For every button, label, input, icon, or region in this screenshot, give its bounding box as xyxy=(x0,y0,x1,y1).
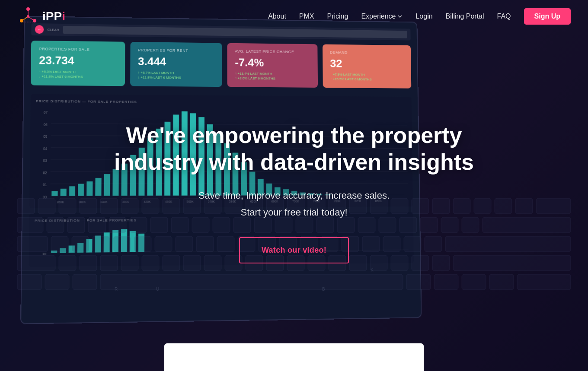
svg-rect-26 xyxy=(17,217,43,233)
hero-subtext-1: Save time, Improve accuracy, Increase sa… xyxy=(99,188,489,203)
svg-line-187 xyxy=(29,17,33,20)
svg-rect-70 xyxy=(17,255,55,271)
svg-point-184 xyxy=(27,15,29,18)
svg-rect-0 xyxy=(17,198,35,214)
card-stat1: ↑ +7.9% LAST MONTH xyxy=(330,73,404,77)
card-stat1: ↑ +8.7% LAST MONTH xyxy=(138,71,214,76)
nav-billing-portal[interactable]: Billing Portal xyxy=(446,13,484,20)
svg-text:01: 01 xyxy=(43,183,47,187)
card-stat2: ↑ +2.0% LAST 6 MONTHS xyxy=(235,76,310,81)
nav-experience[interactable]: Experience xyxy=(361,13,403,20)
svg-rect-91 xyxy=(17,274,42,290)
svg-rect-97 xyxy=(462,274,486,290)
card-value: 23.734 xyxy=(39,54,117,68)
svg-line-186 xyxy=(23,17,27,20)
svg-rect-28 xyxy=(67,217,85,233)
card-stat2: ↓ +11.8% LAST 6 MONTHS xyxy=(39,74,117,79)
card-properties-for-sale: PROPERTIES FOR SALE 23.734 ↑ +8.3% LAST … xyxy=(31,41,125,86)
nav-about[interactable]: About xyxy=(268,13,286,20)
svg-text:02: 02 xyxy=(43,171,47,175)
svg-rect-27 xyxy=(47,217,64,233)
nav-login[interactable]: Login xyxy=(415,13,432,20)
svg-rect-72 xyxy=(80,255,97,271)
signup-button[interactable]: Sign Up xyxy=(524,8,571,25)
card-stat2: ↑ +15.5% LAST 6 MONTHS xyxy=(330,77,404,82)
nav-pmx[interactable]: PMX xyxy=(299,13,314,20)
logo-text: iPPi xyxy=(42,10,65,23)
chart-title: PRICE DISTRIBUTION — FOR SALE PROPERTIES xyxy=(36,99,406,106)
card-label: AVG. LATEST PRICE CHANGE xyxy=(235,49,310,54)
svg-rect-48 xyxy=(483,217,571,233)
svg-rect-96 xyxy=(434,274,458,290)
hero-section: R U B K ← CLEAR PROPERTIES FOR SALE xyxy=(0,0,588,371)
card-stat1: ↑ +8.3% LAST MONTH xyxy=(39,70,117,74)
svg-rect-50 xyxy=(51,236,68,252)
svg-rect-92 xyxy=(45,274,69,290)
nav-pricing[interactable]: Pricing xyxy=(327,13,348,20)
svg-text:07: 07 xyxy=(44,110,48,115)
svg-text:R: R xyxy=(115,287,118,292)
svg-point-183 xyxy=(33,19,36,22)
svg-rect-93 xyxy=(73,274,97,290)
card-value: -7.4% xyxy=(235,56,310,70)
card-value: 3.444 xyxy=(138,55,214,69)
svg-text:03: 03 xyxy=(43,159,47,163)
svg-rect-1 xyxy=(38,198,55,214)
svg-rect-3 xyxy=(80,198,97,214)
svg-text:K: K xyxy=(371,268,374,273)
svg-rect-24 xyxy=(515,198,533,214)
card-stat2: ↓ +11.8% LAST 6 MONTHS xyxy=(138,76,214,80)
card-demand: DEMAND 32 ↑ +7.9% LAST MONTH ↑ +15.5% LA… xyxy=(322,44,411,89)
logo-svg xyxy=(17,6,39,27)
chevron-down-icon xyxy=(397,14,403,19)
svg-rect-51 xyxy=(72,236,89,252)
svg-rect-2 xyxy=(59,198,76,214)
svg-rect-71 xyxy=(59,255,76,271)
card-label: PROPERTIES FOR RENT xyxy=(138,48,214,53)
svg-text:U: U xyxy=(156,287,159,292)
svg-text:04: 04 xyxy=(43,146,47,151)
nav-faq[interactable]: FAQ xyxy=(497,13,511,20)
navbar: iPPi About PMX Pricing Experience Login … xyxy=(0,0,588,32)
svg-point-182 xyxy=(20,19,23,22)
logo-link[interactable]: iPPi xyxy=(17,6,65,27)
svg-text:06: 06 xyxy=(44,122,48,127)
svg-rect-25 xyxy=(536,198,571,214)
svg-rect-98 xyxy=(489,274,514,290)
svg-rect-99 xyxy=(517,274,571,290)
svg-rect-95 xyxy=(406,274,431,290)
hero-subtext-2: Start your free trial today! xyxy=(99,205,489,219)
card-label: DEMAND xyxy=(330,50,403,55)
svg-rect-23 xyxy=(495,198,512,214)
nav-links: About PMX Pricing Experience Login Billi… xyxy=(268,8,571,25)
svg-rect-94 xyxy=(100,274,403,290)
hero-content: We're empowering the property industry w… xyxy=(99,122,489,264)
svg-point-181 xyxy=(26,7,30,11)
hero-heading: We're empowering the property industry w… xyxy=(99,122,489,176)
svg-text:05: 05 xyxy=(43,134,47,139)
video-section-hint xyxy=(164,343,424,371)
svg-text:B: B xyxy=(322,287,325,292)
watch-video-button[interactable]: Watch our video! xyxy=(239,237,349,263)
card-properties-for-rent: PROPERTIES FOR RENT 3.444 ↑ +8.7% LAST M… xyxy=(130,42,222,87)
card-value: 32 xyxy=(330,57,403,71)
card-stat1: ↑ +13.4% LAST MONTH xyxy=(235,72,310,76)
card-label: PROPERTIES FOR SALE xyxy=(39,47,117,52)
card-latest-price-change: AVG. LATEST PRICE CHANGE -7.4% ↑ +13.4% … xyxy=(227,43,317,88)
svg-rect-49 xyxy=(17,236,48,252)
